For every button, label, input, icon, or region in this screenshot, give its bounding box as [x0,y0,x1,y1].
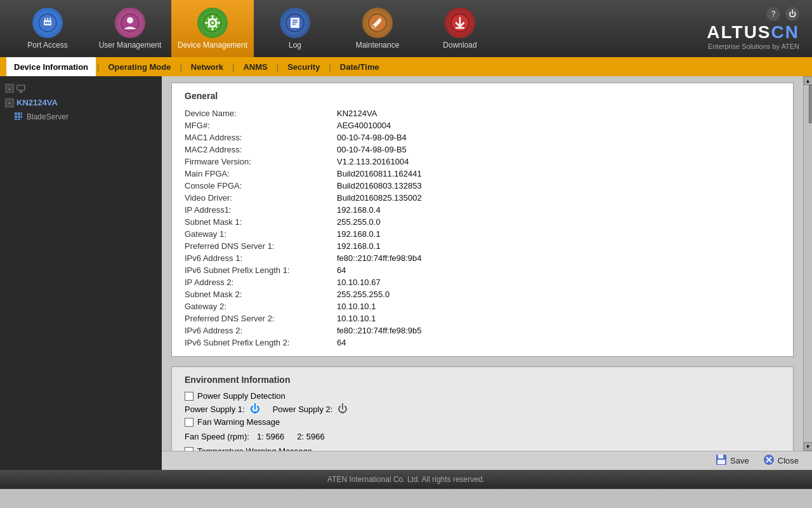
svg-rect-32 [717,460,725,464]
power-supply-detection-row: Power Supply Detection [185,391,780,401]
info-row-mac1: MAC1 Address: 00-10-74-98-09-B4 [185,131,780,144]
mac2-label: MAC2 Address: [185,145,337,154]
device-name: KN2124VA [16,98,58,107]
device-name-label: Device Name: [185,109,337,118]
nav-log[interactable]: Log [254,0,336,57]
subnet2-label: Subnet Mask 2: [185,290,337,299]
console-fpga-label: Console FPGA: [185,181,337,190]
fan-speed-row: Fan Speed (rpm): 1: 5966 2: 5966 [185,429,780,444]
sidebar-group-root[interactable]: - [0,81,162,95]
svg-point-3 [47,22,49,24]
ip2-label: IP Address 2: [185,277,337,287]
environment-info-panel: Environment Information Power Supply Det… [171,366,794,451]
scroll-down-button[interactable]: ▼ [804,442,813,451]
power-supply-detection-label: Power Supply Detection [197,391,285,401]
info-row-console-fpga: Console FPGA: Build20160803.132853 [185,180,780,192]
svg-point-4 [49,22,51,24]
monitor-icon [16,84,25,93]
expand-icon[interactable]: - [5,84,14,93]
port-access-label: Port Access [27,41,67,50]
copyright-text: ATEN International Co. Ltd. All rights r… [327,475,485,484]
save-label: Save [730,456,749,465]
close-button[interactable]: Close [759,453,802,469]
svg-rect-31 [718,455,723,458]
user-management-label: User Management [99,41,162,50]
temp-warning-row: Temperature Warning Message [185,446,780,451]
dns1-value: 192.168.0.1 [337,241,381,251]
fan-speed-1-value: 1: 5966 [257,432,284,441]
vertical-scrollbar[interactable]: ▲ ▼ [803,76,812,451]
info-row-subnet2: Subnet Mask 2: 255.255.255.0 [185,288,780,300]
bladeserver-label: BladeServer [27,112,69,121]
info-row-dns1: Preferred DNS Server 1: 192.168.0.1 [185,240,780,252]
svg-point-2 [45,22,47,24]
video-driver-value: Build20160825.135002 [337,193,422,203]
sidebar-bladeserver[interactable]: BladeServer [0,110,162,124]
svg-rect-29 [18,119,20,120]
general-info-panel: General Device Name: KN2124VA MFG#: AEG4… [171,83,794,357]
svg-rect-22 [15,112,17,115]
svg-rect-26 [18,116,20,118]
gateway1-label: Gateway 1: [185,229,337,239]
fan-warning-checkbox[interactable] [185,418,193,427]
nav-device-management[interactable]: Device Management [171,0,254,57]
ip2-value: 10.10.10.67 [337,277,381,287]
nav-user-management[interactable]: User Management [89,0,171,57]
device-expand-icon[interactable]: - [5,98,14,107]
device-management-label: Device Management [178,41,247,50]
sidebar: - - KN2124VA [0,76,162,470]
logo-subtitle: Enterprise Solutions by ATEN [707,43,799,50]
help-icon[interactable]: ? [766,7,780,21]
sidebar-device-row[interactable]: - KN2124VA [0,95,162,110]
subnav-anms[interactable]: ANMS [235,57,275,76]
console-fpga-value: Build20160803.132853 [337,181,422,190]
mac1-label: MAC1 Address: [185,133,337,142]
subnav-security[interactable]: Security [280,57,327,76]
info-row-firmware: Firmware Version: V1.2.113.20161004 [185,156,780,168]
svg-rect-24 [21,112,22,115]
ip1-value: 192.168.0.4 [337,205,381,215]
subnav-device-information[interactable]: Device Information [6,57,96,76]
general-panel-title: General [185,91,780,101]
power-supply-1-icon: ⏻ [250,403,260,415]
power-supply-1-label: Power Supply 1: [185,404,245,414]
fan-warning-label: Fan Warning Message [197,417,280,427]
svg-rect-11 [291,18,299,28]
gateway2-label: Gateway 2: [185,302,337,311]
mac2-value: 00-10-74-98-09-B5 [337,145,407,154]
scroll-thumb[interactable] [809,85,813,123]
nav-download[interactable]: Download [419,0,501,57]
logo-text: ALTUSCN [707,22,799,43]
grid-icon [14,112,24,122]
content-scroll[interactable]: General Device Name: KN2124VA MFG#: AEG4… [162,76,803,451]
gateway2-value: 10.10.10.1 [337,302,376,311]
svg-point-9 [211,22,214,24]
subnav-datetime[interactable]: Date/Time [332,57,387,76]
info-row-gateway2: Gateway 2: 10.10.10.1 [185,300,780,312]
power-icon[interactable]: ⏻ [785,7,799,21]
svg-rect-25 [15,116,17,118]
nav-maintenance[interactable]: Maintenance [336,0,419,57]
dns1-label: Preferred DNS Server 1: [185,241,337,251]
sub-navigation: Device Information | Operating Mode | Ne… [0,57,812,76]
svg-rect-28 [15,119,17,120]
subnav-network[interactable]: Network [183,57,231,76]
info-row-ip2: IP Address 2: 10.10.10.67 [185,276,780,288]
power-supply-detection-checkbox[interactable] [185,392,193,401]
environment-panel-title: Environment Information [185,375,780,385]
subnav-operating-mode[interactable]: Operating Mode [100,57,178,76]
temp-warning-label: Temperature Warning Message [197,446,312,451]
info-row-device-name: Device Name: KN2124VA [185,107,780,119]
mac1-value: 00-10-74-98-09-B4 [337,133,407,142]
ipv6-prefix-2-value: 64 [337,338,346,347]
power-supply-2-icon: ⏻ [337,403,348,415]
ipv6-2-value: fe80::210:74ff:fe98:9b5 [337,326,422,335]
save-button[interactable]: Save [712,453,753,469]
info-row-video-driver: Video Driver: Build20160825.135002 [185,192,780,204]
nav-port-access[interactable]: Port Access [6,0,89,57]
svg-point-6 [127,17,133,23]
action-bar: Save Close [162,451,812,470]
video-driver-label: Video Driver: [185,193,337,203]
scroll-up-button[interactable]: ▲ [804,76,813,85]
info-row-ipv6-1: IPv6 Address 1: fe80::210:74ff:fe98:9b4 [185,252,780,264]
